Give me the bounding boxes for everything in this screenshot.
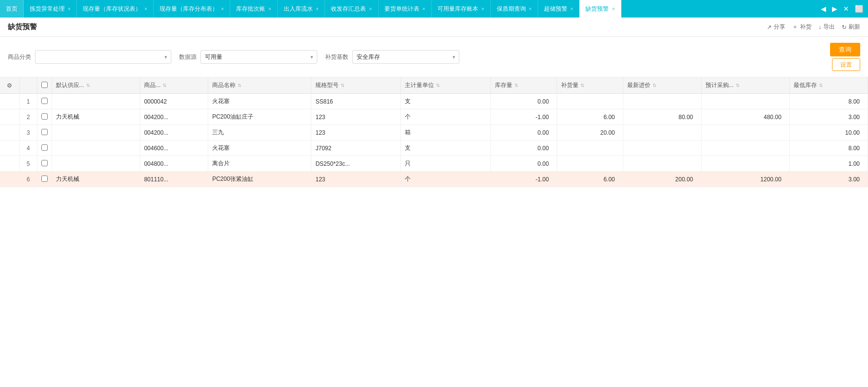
cell-product-code: 004200... bbox=[140, 125, 208, 141]
row-checkbox-cell bbox=[37, 125, 52, 141]
nav-prev-btn[interactable]: ◀ bbox=[818, 0, 829, 18]
column-product-code[interactable]: 商品...⇅ bbox=[140, 77, 208, 94]
nav-tab-4[interactable]: 库存批次账× bbox=[230, 0, 277, 18]
cell-stock: 0.00 bbox=[491, 125, 557, 141]
share-icon: ↗ bbox=[767, 24, 772, 31]
row-num: 2 bbox=[19, 109, 37, 125]
cell-latest-price bbox=[623, 156, 701, 172]
cell-unit: 支 bbox=[400, 94, 491, 109]
cell-spec: DS250*23c... bbox=[311, 156, 400, 172]
gear-icon[interactable]: ⚙ bbox=[7, 82, 12, 89]
cell-replenish bbox=[557, 156, 623, 172]
cell-replenish: 20.00 bbox=[557, 125, 623, 141]
nav-tab-7[interactable]: 要货单统计表× bbox=[379, 0, 432, 18]
query-button[interactable]: 查询 bbox=[830, 43, 860, 56]
replenish-btn[interactable]: ＋ 补货 bbox=[792, 23, 812, 31]
column-replenish[interactable]: 补货量⇅ bbox=[557, 77, 623, 94]
tab-close-btn-1[interactable]: × bbox=[68, 6, 71, 12]
cell-stock: 0.00 bbox=[491, 94, 557, 109]
nav-tab-0[interactable]: 首页 bbox=[0, 0, 24, 18]
cell-est-purchase bbox=[701, 125, 790, 141]
cell-latest-price bbox=[623, 125, 701, 141]
share-btn[interactable]: ↗ 分享 bbox=[767, 23, 785, 31]
nav-tab-11[interactable]: 缺货预警× bbox=[579, 0, 621, 18]
column-stock[interactable]: 库存量⇅ bbox=[491, 77, 557, 94]
row-num: 5 bbox=[19, 156, 37, 172]
cell-min-stock: 1.00 bbox=[790, 156, 868, 172]
filter-actions: 查询 设置 bbox=[830, 43, 860, 71]
refresh-btn[interactable]: ↻ 刷新 bbox=[842, 23, 860, 31]
table-row: 5004800...离合片DS250*23c...只0.001.00 bbox=[0, 156, 868, 172]
column-checkbox bbox=[37, 77, 52, 94]
row-checkbox[interactable] bbox=[41, 113, 48, 120]
category-label: 商品分类 bbox=[8, 53, 31, 61]
cell-stock: 0.00 bbox=[491, 141, 557, 156]
tab-close-btn-7[interactable]: × bbox=[422, 6, 425, 12]
tab-close-btn-3[interactable]: × bbox=[221, 6, 224, 12]
cell-replenish bbox=[557, 141, 623, 156]
nav-tab-6[interactable]: 收发存汇总表× bbox=[325, 0, 378, 18]
tab-close-btn-5[interactable]: × bbox=[316, 6, 319, 12]
nav-maximize-btn[interactable]: ⬜ bbox=[852, 0, 866, 18]
cell-replenish: 6.00 bbox=[557, 172, 623, 187]
datasource-select-wrapper: 可用量 bbox=[200, 50, 317, 64]
page-header: 缺货预警 ↗ 分享 ＋ 补货 ↓ 导出 ↻ 刷新 bbox=[0, 18, 868, 37]
tab-close-btn-6[interactable]: × bbox=[369, 6, 372, 12]
cell-latest-price bbox=[623, 94, 701, 109]
column-min-stock[interactable]: 最低库存⇅ bbox=[790, 77, 868, 94]
nav-tab-8[interactable]: 可用量库存账本× bbox=[432, 0, 490, 18]
cell-replenish bbox=[557, 94, 623, 109]
nav-tab-2[interactable]: 现存量（库存状况表）× bbox=[77, 0, 153, 18]
column-latest-price[interactable]: 最新进价⇅ bbox=[623, 77, 701, 94]
settings-button[interactable]: 设置 bbox=[832, 58, 860, 71]
row-checkbox[interactable] bbox=[41, 176, 48, 182]
nav-tab-9[interactable]: 保质期查询× bbox=[491, 0, 538, 18]
row-num: 3 bbox=[19, 125, 37, 141]
cell-spec: 123 bbox=[311, 172, 400, 187]
row-checkbox[interactable] bbox=[41, 144, 48, 151]
cell-unit: 只 bbox=[400, 156, 491, 172]
column-settings-icon[interactable]: ⚙ bbox=[0, 77, 19, 94]
select-all-checkbox[interactable] bbox=[41, 82, 48, 88]
row-checkbox-cell bbox=[37, 109, 52, 125]
row-settings-cell bbox=[0, 156, 19, 172]
row-settings-cell bbox=[0, 94, 19, 109]
column-default-supplier[interactable]: 默认供应...⇅ bbox=[52, 77, 140, 94]
cell-product-name: 火花塞 bbox=[208, 141, 311, 156]
table-header-row: ⚙ 默认供应...⇅ 商品...⇅ 商品名称⇅ 规格型号⇅ 主计量单位⇅ 库存量… bbox=[0, 77, 868, 94]
cell-product-code: 801110... bbox=[140, 172, 208, 187]
cell-unit: 支 bbox=[400, 141, 491, 156]
tab-close-btn-2[interactable]: × bbox=[144, 6, 147, 12]
row-checkbox[interactable] bbox=[41, 160, 48, 166]
category-select[interactable] bbox=[35, 50, 171, 64]
tab-close-btn-11[interactable]: × bbox=[612, 6, 615, 12]
row-checkbox-cell bbox=[37, 141, 52, 156]
tab-close-btn-9[interactable]: × bbox=[529, 6, 532, 12]
row-checkbox[interactable] bbox=[41, 129, 48, 135]
cell-min-stock: 3.00 bbox=[790, 109, 868, 125]
nav-tab-10[interactable]: 超储预警× bbox=[538, 0, 579, 18]
nav-tab-5[interactable]: 出入库流水× bbox=[278, 0, 325, 18]
cell-spec: 123 bbox=[311, 125, 400, 141]
nav-next-btn[interactable]: ▶ bbox=[829, 0, 840, 18]
row-checkbox[interactable] bbox=[41, 98, 48, 104]
column-unit[interactable]: 主计量单位⇅ bbox=[400, 77, 491, 94]
datasource-select[interactable]: 可用量 bbox=[200, 50, 317, 64]
row-settings-cell bbox=[0, 141, 19, 156]
cell-stock: 0.00 bbox=[491, 156, 557, 172]
tab-close-btn-4[interactable]: × bbox=[268, 6, 271, 12]
row-settings-cell bbox=[0, 172, 19, 187]
refresh-icon: ↻ bbox=[842, 24, 847, 31]
replenish-base-select[interactable]: 安全库存 bbox=[352, 50, 459, 64]
column-spec[interactable]: 规格型号⇅ bbox=[311, 77, 400, 94]
tab-close-btn-8[interactable]: × bbox=[481, 6, 484, 12]
nav-controls: ◀ ▶ ✕ ⬜ bbox=[818, 0, 868, 18]
column-product-name[interactable]: 商品名称⇅ bbox=[208, 77, 311, 94]
export-btn[interactable]: ↓ 导出 bbox=[818, 23, 835, 31]
cell-spec: J7092 bbox=[311, 141, 400, 156]
nav-tab-3[interactable]: 现存量（库存分布表）× bbox=[154, 0, 230, 18]
nav-close-btn[interactable]: ✕ bbox=[840, 0, 852, 18]
tab-close-btn-10[interactable]: × bbox=[570, 6, 573, 12]
nav-tab-1[interactable]: 拣货异常处理× bbox=[24, 0, 77, 18]
column-est-purchase[interactable]: 预计采购...⇅ bbox=[701, 77, 790, 94]
